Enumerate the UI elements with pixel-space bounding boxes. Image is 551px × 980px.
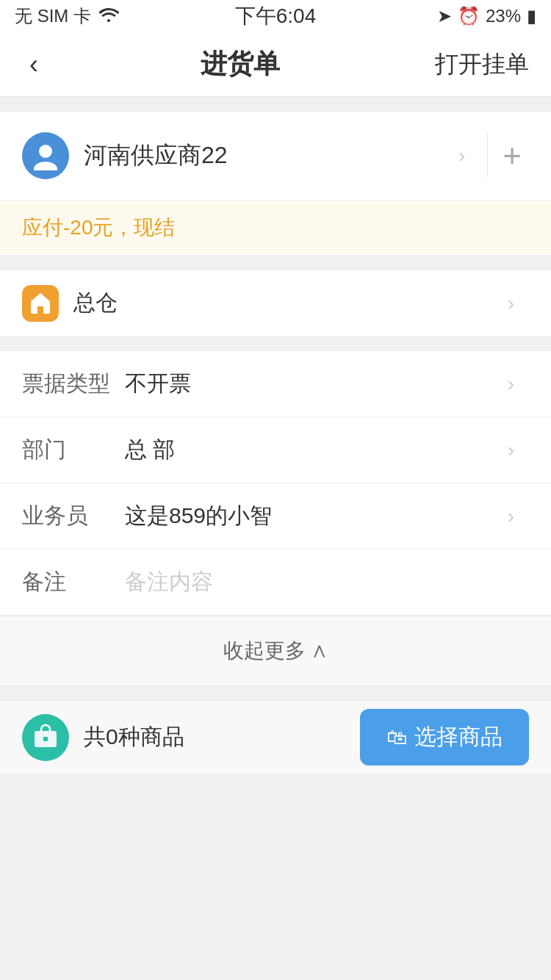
warehouse-row[interactable]: 总仓 › (0, 270, 551, 336)
invoice-label: 票据类型 (22, 369, 125, 399)
nav-bar: ‹ 进货单 打开挂单 (0, 32, 551, 97)
status-time: 下午6:04 (235, 2, 317, 30)
notice-bar: 应付-20元，现结 (0, 201, 551, 256)
select-product-button[interactable]: 🛍 选择商品 (360, 709, 529, 765)
salesman-row[interactable]: 业务员 这是859的小智 › (0, 483, 551, 550)
section-gap-3 (0, 336, 551, 351)
remark-input[interactable]: 备注内容 (125, 567, 529, 597)
warehouse-icon (22, 285, 59, 322)
add-supplier-button[interactable]: + (495, 137, 529, 174)
supplier-section[interactable]: 河南供应商22 › + (0, 112, 551, 201)
remark-label: 备注 (22, 567, 125, 597)
svg-rect-6 (43, 737, 48, 741)
invoice-chevron-icon: › (508, 372, 514, 396)
select-product-label: 选择商品 (414, 722, 503, 752)
svg-point-0 (39, 145, 52, 158)
battery-text: 23% (486, 6, 521, 26)
invoice-value: 不开票 (125, 369, 508, 399)
section-gap-2 (0, 256, 551, 270)
supplier-chevron-icon: › (458, 144, 465, 167)
salesman-chevron-icon: › (508, 505, 514, 528)
warehouse-chevron-icon: › (508, 292, 514, 315)
bottom-bar: 共0种商品 🛍 选择商品 (0, 700, 551, 774)
product-count-text: 共0种商品 (84, 722, 360, 752)
invoice-row[interactable]: 票据类型 不开票 › (0, 351, 551, 417)
open-pending-button[interactable]: 打开挂单 (435, 48, 529, 81)
status-left: 无 SIM 卡 (15, 4, 119, 28)
collapse-button[interactable]: 收起更多 ∧ (0, 616, 551, 685)
salesman-value: 这是859的小智 (125, 501, 508, 531)
carrier-text: 无 SIM 卡 (15, 4, 91, 28)
department-chevron-icon: › (508, 439, 514, 462)
supplier-name: 河南供应商22 (84, 140, 458, 172)
salesman-label: 业务员 (22, 501, 125, 531)
supplier-row[interactable]: 河南供应商22 › (22, 112, 480, 200)
select-product-icon: 🛍 (386, 725, 407, 749)
department-row[interactable]: 部门 总 部 › (0, 417, 551, 483)
page-title: 进货单 (201, 46, 280, 82)
product-icon (22, 714, 69, 761)
svg-point-1 (34, 162, 57, 170)
back-button[interactable]: ‹ (22, 42, 46, 87)
status-right: ➤ ⏰ 23% ▮ (437, 6, 536, 26)
wifi-icon (98, 6, 119, 26)
section-gap-1 (0, 97, 551, 112)
warehouse-name: 总仓 (73, 288, 508, 318)
battery-icon: ▮ (527, 6, 536, 26)
department-label: 部门 (22, 435, 125, 465)
remark-row[interactable]: 备注 备注内容 (0, 550, 551, 616)
location-icon: ➤ (437, 6, 452, 26)
supplier-avatar (22, 132, 69, 179)
section-gap-4 (0, 685, 551, 700)
svg-marker-3 (30, 293, 51, 302)
svg-rect-4 (37, 306, 43, 314)
alarm-icon: ⏰ (458, 6, 480, 26)
vertical-divider (487, 134, 488, 178)
status-bar: 无 SIM 卡 下午6:04 ➤ ⏰ 23% ▮ (0, 0, 551, 32)
department-value: 总 部 (125, 435, 508, 465)
